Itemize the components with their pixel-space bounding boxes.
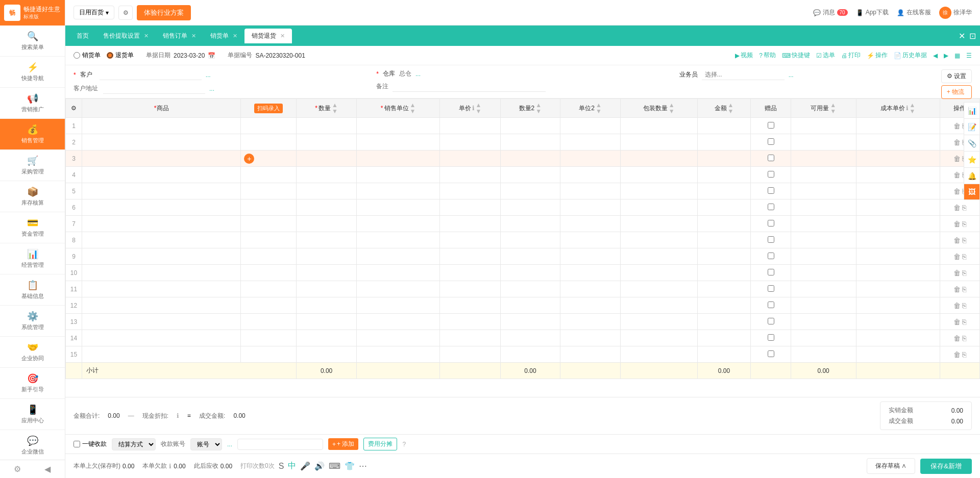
costprice-cell-7[interactable]: [856, 216, 940, 232]
qty2-cell-14[interactable]: [500, 330, 560, 346]
unit-cell-8[interactable]: [356, 232, 439, 248]
available-cell-10[interactable]: [791, 265, 856, 281]
packqty-cell-9[interactable]: [620, 248, 697, 265]
packqty-cell-3[interactable]: [620, 150, 697, 167]
packqty-cell-7[interactable]: [620, 216, 697, 232]
amount-cell-6[interactable]: [697, 199, 751, 216]
packqty-cell-12[interactable]: [620, 297, 697, 314]
tab-return[interactable]: 销货退货 ✕: [244, 29, 292, 43]
copy-row-btn-11[interactable]: ⎘: [962, 285, 966, 293]
payment-method-select[interactable]: 结算方式: [112, 438, 156, 450]
sidebar-item-basic[interactable]: 📋 基础信息: [0, 274, 65, 306]
amount-cell-1[interactable]: [697, 118, 751, 134]
qty-cell-11[interactable]: [297, 281, 357, 297]
product-cell-12[interactable]: [82, 297, 241, 314]
experience-button[interactable]: 体验行业方案: [137, 5, 191, 20]
delete-row-btn-9[interactable]: 🗑: [953, 253, 961, 261]
header-settings-btn[interactable]: ⚙: [118, 6, 133, 20]
sidebar-collapse-btn[interactable]: ◀: [35, 464, 61, 474]
tab-close-delivery[interactable]: ✕: [233, 33, 237, 39]
unit-cell-7[interactable]: [356, 216, 439, 232]
copy-row-btn-9[interactable]: ⎘: [962, 253, 966, 261]
calendar-icon[interactable]: 📅: [208, 52, 215, 59]
amount-cell-14[interactable]: [697, 330, 751, 346]
packqty-cell-5[interactable]: [620, 183, 697, 199]
gift-cell-13[interactable]: [751, 314, 791, 330]
unit-cell-2[interactable]: [356, 134, 439, 150]
available-cell-13[interactable]: [791, 314, 856, 330]
copy-row-btn-10[interactable]: ⎘: [962, 269, 966, 277]
payment-help-icon[interactable]: ?: [402, 441, 406, 448]
delete-row-btn-10[interactable]: 🗑: [953, 269, 961, 277]
expense-split-btn[interactable]: 费用分摊: [363, 438, 397, 450]
delete-row-btn-6[interactable]: 🗑: [953, 204, 961, 212]
history-btn[interactable]: 📄 历史单据: [894, 51, 927, 60]
sidebar-settings-btn[interactable]: ⚙: [4, 464, 31, 474]
packqty-cell-1[interactable]: [620, 118, 697, 134]
delete-row-btn-4[interactable]: 🗑: [953, 171, 961, 179]
address-input[interactable]: [103, 83, 205, 94]
shirt-icon[interactable]: 👕: [345, 461, 355, 471]
customer-input[interactable]: [100, 69, 202, 80]
qty-cell-15[interactable]: [297, 346, 357, 363]
costprice-cell-12[interactable]: [856, 297, 940, 314]
available-cell-8[interactable]: [791, 232, 856, 248]
save-draft-button[interactable]: 保存草稿 ∧: [867, 458, 915, 474]
qty-cell-5[interactable]: [297, 183, 357, 199]
amount-cell-15[interactable]: [697, 346, 751, 363]
price-cell-15[interactable]: [440, 346, 500, 363]
notifications-btn[interactable]: 💬 消息 70: [813, 8, 848, 17]
available-cell-9[interactable]: [791, 248, 856, 265]
amount-cell-11[interactable]: [697, 281, 751, 297]
add-payment-btn[interactable]: + + 添加: [328, 438, 358, 450]
product-input-3[interactable]: [85, 155, 237, 162]
costprice-cell-5[interactable]: [856, 183, 940, 199]
unit2-cell-6[interactable]: [560, 199, 621, 216]
price-cell-5[interactable]: [440, 183, 500, 199]
costprice-cell-15[interactable]: [856, 346, 940, 363]
qty-cell-14[interactable]: [297, 330, 357, 346]
sidebar-item-enterprise[interactable]: 🤝 企业协同: [0, 337, 65, 368]
gift-cell-8[interactable]: [751, 232, 791, 248]
tab-close-all-btn[interactable]: ✕: [959, 31, 965, 41]
amount-cell-3[interactable]: [697, 150, 751, 167]
product-cell-2[interactable]: [82, 134, 241, 150]
unit-cell-9[interactable]: [356, 248, 439, 265]
right-icon-5[interactable]: 🔔: [964, 167, 980, 184]
app-download-btn[interactable]: 📱 App下载: [856, 8, 889, 17]
amount-cell-13[interactable]: [697, 314, 751, 330]
gift-cell-14[interactable]: [751, 330, 791, 346]
copy-row-btn-7[interactable]: ⎘: [962, 220, 966, 228]
gift-cell-2[interactable]: [751, 134, 791, 150]
costprice-cell-9[interactable]: [856, 248, 940, 265]
costprice-cell-1[interactable]: [856, 118, 940, 134]
salesperson-input[interactable]: [702, 69, 785, 80]
price-cell-3[interactable]: [440, 150, 500, 167]
sidebar-item-system[interactable]: ⚙️ 系统管理: [0, 306, 65, 337]
discount-info-icon[interactable]: ℹ: [177, 412, 179, 419]
gift-cell-5[interactable]: [751, 183, 791, 199]
grid-view-btn[interactable]: ▦: [954, 52, 960, 59]
owe-info-icon[interactable]: ℹ: [169, 463, 172, 470]
unit-cell-5[interactable]: [356, 183, 439, 199]
industry-dropdown[interactable]: 日用百货 ▾: [74, 6, 114, 19]
sidebar-item-operation[interactable]: 📊 经营管理: [0, 243, 65, 274]
product-cell-9[interactable]: [82, 248, 241, 265]
qty-cell-3[interactable]: [297, 150, 357, 167]
price-cell-1[interactable]: [440, 118, 500, 134]
available-cell-1[interactable]: [791, 118, 856, 134]
unit2-cell-13[interactable]: [560, 314, 621, 330]
gift-cell-6[interactable]: [751, 199, 791, 216]
qty-cell-12[interactable]: [297, 297, 357, 314]
price-cell-8[interactable]: [440, 232, 500, 248]
packqty-cell-15[interactable]: [620, 346, 697, 363]
price-cell-14[interactable]: [440, 330, 500, 346]
costprice-cell-8[interactable]: [856, 232, 940, 248]
save-new-button[interactable]: 保存&新增: [920, 459, 972, 474]
unit-cell-4[interactable]: [356, 167, 439, 183]
price-cell-12[interactable]: [440, 297, 500, 314]
packqty-cell-10[interactable]: [620, 265, 697, 281]
product-cell-4[interactable]: [82, 167, 241, 183]
product-cell-5[interactable]: [82, 183, 241, 199]
online-service-btn[interactable]: 👤 在线客服: [897, 8, 931, 17]
